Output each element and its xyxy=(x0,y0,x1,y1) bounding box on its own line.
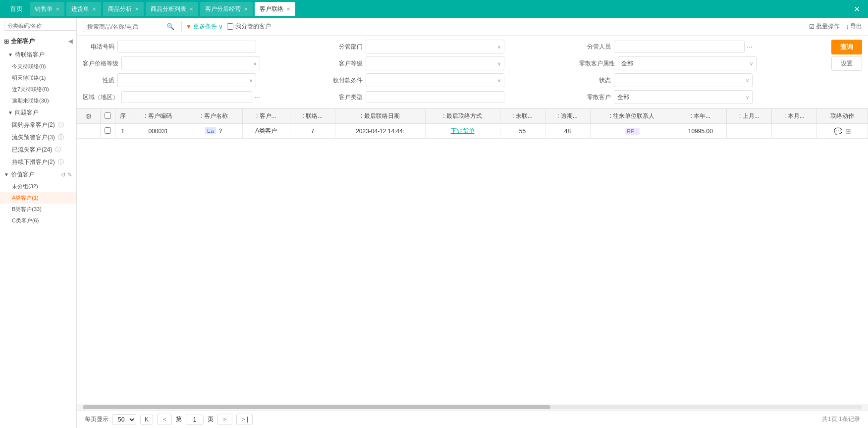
filter-input-phone[interactable] xyxy=(117,41,256,53)
sidebar-item-class-b[interactable]: B类客户(33) xyxy=(0,204,76,215)
sidebar-search-input[interactable] xyxy=(4,21,77,31)
row-contact-count: 7 xyxy=(290,124,335,139)
first-page-button[interactable]: K xyxy=(140,415,153,425)
col-settings[interactable]: ⚙ xyxy=(77,109,101,124)
row-last-contact-date: 2023-04-12 14:44: xyxy=(335,124,425,139)
tab-close-contact[interactable]: ✕ xyxy=(286,6,290,12)
col-customer-type-header[interactable]: : 客户... xyxy=(242,109,290,124)
scrollbar-thumb[interactable] xyxy=(83,405,550,409)
chevron-nature: ∨ xyxy=(249,78,253,83)
all-customers-header[interactable]: ⊞ 全部客户 ◀ xyxy=(0,34,76,49)
select-all-checkbox[interactable] xyxy=(105,112,111,119)
toolbar-right: ☑ 批量操作 ↓ 导出 xyxy=(809,22,862,31)
sidebar-item-unclassified[interactable]: 未分组(32) xyxy=(0,181,76,192)
sidebar-item-churn-warning[interactable]: 流失预警客户(3) ⓘ xyxy=(0,131,76,144)
tab-close-segmentation[interactable]: ✕ xyxy=(244,6,248,12)
group-problem-customers[interactable]: ▼ 问题客户 xyxy=(0,107,76,119)
filter-select-dept[interactable]: ∨ xyxy=(366,40,504,54)
filter-row-1: 电话号码 分管部门 ∨ 分管人员 xyxy=(83,40,827,54)
value-customer-actions: ↺ ✎ xyxy=(61,171,72,178)
collapse-icon[interactable]: ◀ xyxy=(68,38,72,45)
filter-input-manager[interactable] xyxy=(614,41,745,53)
filter-input-region[interactable] xyxy=(121,91,252,103)
tab-close-purchase[interactable]: ✕ xyxy=(92,6,96,12)
sidebar-item-overdue-contact[interactable]: 逾期未联络(30) xyxy=(0,95,76,107)
col-last-contact-date-header[interactable]: : 最后联络日期 xyxy=(335,109,425,124)
chevron-price: ∨ xyxy=(253,61,257,66)
filter-select-payment[interactable]: ∨ xyxy=(366,73,504,87)
tab-customer-contact[interactable]: 客户联络 ✕ xyxy=(255,2,295,16)
message-icon[interactable]: 💬 xyxy=(834,127,842,135)
batch-operation-button[interactable]: ☑ 批量操作 xyxy=(809,22,840,31)
more-filters-button[interactable]: ▼ 更多条件 ∨ xyxy=(186,22,223,31)
row-select-checkbox[interactable] xyxy=(105,127,111,134)
page-size-select[interactable]: 50 xyxy=(112,414,136,425)
settings-icon[interactable]: ⚙ xyxy=(86,112,92,120)
setting-button[interactable]: 设置 xyxy=(831,56,862,71)
col-last-contact-method-header[interactable]: : 最后联络方式 xyxy=(425,109,500,124)
my-customers-checkbox[interactable] xyxy=(227,23,233,30)
search-input[interactable] xyxy=(87,23,166,30)
col-customer-name-header[interactable]: : 客户名称 xyxy=(186,109,242,124)
filter-cell-scatter: 零散客户 全部 ∨ xyxy=(579,90,827,104)
page-unit: 页 xyxy=(208,415,214,424)
tab-close-product-list[interactable]: ✕ xyxy=(189,6,193,12)
col-checkbox-header[interactable] xyxy=(101,109,115,124)
filter-select-nature[interactable]: ∨ xyxy=(117,73,256,87)
filter-select-scatter[interactable]: 全部 ∨ xyxy=(614,90,753,104)
tab-purchase-order[interactable]: 进货单 ✕ xyxy=(66,2,101,16)
region-dots-button[interactable]: ··· xyxy=(254,93,260,101)
sidebar-item-7day-contact[interactable]: 近7天待联络(0) xyxy=(0,84,76,95)
group-pending-contact[interactable]: ▼ 待联络客户 xyxy=(0,49,76,61)
tab-product-analysis-list[interactable]: 商品分析列表 ✕ xyxy=(146,2,198,16)
tab-close-product[interactable]: ✕ xyxy=(135,6,139,12)
col-contact-person-header[interactable]: : 往来单位联系人 xyxy=(590,109,674,124)
sidebar-item-class-a[interactable]: A类客户(1) xyxy=(0,192,76,204)
sidebar-item-today-contact[interactable]: 今天待联络(0) xyxy=(0,61,76,72)
col-customer-code-header[interactable]: : 客户编码 xyxy=(130,109,186,124)
edit-icon[interactable]: ✎ xyxy=(67,171,72,178)
prev-page-button[interactable]: ＜ xyxy=(157,414,172,425)
tab-customer-segmentation[interactable]: 客户分层经营 ✕ xyxy=(200,2,253,16)
sidebar-item-class-c[interactable]: C类客户(6) xyxy=(0,215,76,226)
page-number-input[interactable] xyxy=(186,415,204,425)
next-page-button[interactable]: ＞ xyxy=(217,414,232,425)
home-button[interactable]: 首页 xyxy=(4,0,29,18)
last-contact-method-link[interactable]: 下销货单 xyxy=(451,127,475,134)
filter-select-scatter-attr[interactable]: 全部 ∨ xyxy=(618,56,757,70)
sidebar-item-tomorrow-contact[interactable]: 明天待联络(1) xyxy=(0,72,76,84)
group-value-customers[interactable]: ▼ 价值客户 ↺ ✎ xyxy=(0,168,76,181)
filter-label-region: 区域（地区） xyxy=(83,93,121,102)
manager-dots-button[interactable]: ··· xyxy=(747,43,753,51)
filter-input-customer-type[interactable] xyxy=(366,91,504,103)
my-customers-checkbox-label[interactable]: 我分管的客户 xyxy=(227,22,271,31)
qr-icon[interactable]: ⊞ xyxy=(845,127,851,135)
row-last-contact-method[interactable]: 下销货单 xyxy=(425,124,500,139)
refresh-icon[interactable]: ↺ xyxy=(61,171,66,178)
filter-select-status[interactable]: ∨ xyxy=(614,73,753,87)
tab-product-analysis[interactable]: 商品分析 ✕ xyxy=(103,2,144,16)
filter-select-customer-level[interactable]: ∨ xyxy=(366,56,504,70)
col-this-year-header[interactable]: : 本年... xyxy=(674,109,727,124)
sidebar: 🔍 ⊞ 全部客户 ◀ ▼ 待联络客户 今天待联络(0) 明天待联络(1) 近7天… xyxy=(0,18,77,428)
query-button[interactable]: 查询 xyxy=(831,40,862,54)
col-no-contact-header[interactable]: : 未联... xyxy=(500,109,545,124)
sidebar-item-churned[interactable]: 已流失客户(24) ⓘ xyxy=(0,144,76,156)
scrollbar-track[interactable] xyxy=(83,405,862,409)
col-last-month-header[interactable]: : 上月... xyxy=(727,109,772,124)
window-close-button[interactable]: ✕ xyxy=(850,4,864,14)
sidebar-search-wrap: 🔍 xyxy=(0,18,76,34)
tab-sales-order[interactable]: 销售单 ✕ xyxy=(30,2,64,16)
chevron-status: ∨ xyxy=(746,78,749,83)
filter-select-price-level[interactable]: ∨ xyxy=(121,56,260,70)
col-contact-count-header[interactable]: : 联络... xyxy=(290,109,335,124)
col-this-month-header[interactable]: : 本月... xyxy=(772,109,817,124)
sidebar-item-repurchase-abnormal[interactable]: 回购异常客户(2) ⓘ xyxy=(0,119,76,131)
col-overdue-header[interactable]: : 逾期... xyxy=(545,109,590,124)
tab-close-sales[interactable]: ✕ xyxy=(55,6,59,12)
row-checkbox[interactable] xyxy=(101,124,115,139)
search-icon[interactable]: 🔍 xyxy=(166,23,174,30)
last-page-button[interactable]: ＞| xyxy=(236,414,253,425)
export-button[interactable]: ↓ 导出 xyxy=(846,22,862,31)
sidebar-item-declining[interactable]: 持续下滑客户(2) ⓘ xyxy=(0,156,76,168)
